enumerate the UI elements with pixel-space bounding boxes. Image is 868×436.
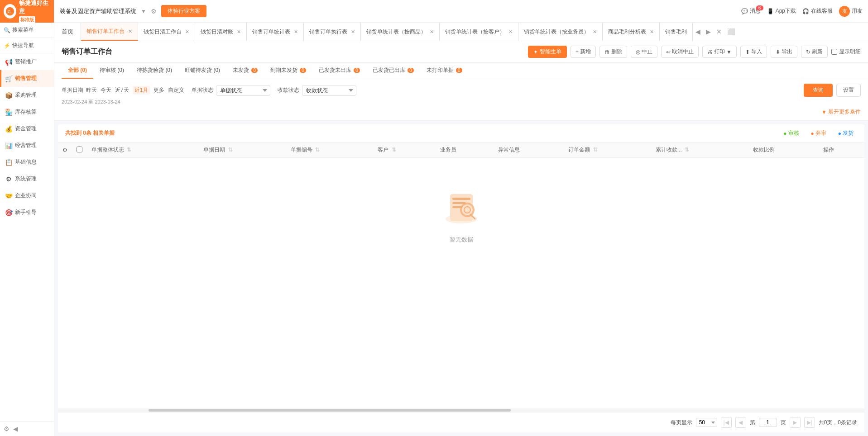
- subtab-all[interactable]: 全部 (0): [62, 63, 93, 79]
- cancel-stop-btn[interactable]: ↩ 取消中止: [661, 46, 699, 58]
- app-download-btn[interactable]: 📱 App下载: [767, 7, 796, 15]
- page-input[interactable]: [759, 418, 777, 427]
- tab-cash-daily[interactable]: 钱货日清工作台 ✕: [138, 23, 195, 41]
- user-area[interactable]: 友 用友: [839, 6, 863, 17]
- sidebar-item-operations[interactable]: 📊 经营管理: [0, 137, 54, 154]
- sidebar-item-sales[interactable]: 🛒 销售管理: [0, 70, 54, 87]
- show-detail-input[interactable]: [831, 49, 837, 55]
- tab-scroll-right[interactable]: ▶: [703, 23, 714, 41]
- tab-sales-summary-customer-close[interactable]: ✕: [508, 29, 513, 35]
- collapse-icon[interactable]: ◀: [13, 425, 18, 432]
- tab-sales-stats[interactable]: 销售订单统计表 ✕: [247, 23, 304, 41]
- tab-product-margin-close[interactable]: ✕: [650, 29, 654, 35]
- tab-sales-profit[interactable]: 销售毛利: [660, 23, 693, 41]
- tab-sales-summary-customer[interactable]: 销货单统计表（按客户） ✕: [440, 23, 518, 41]
- sort-number-icon[interactable]: ⇅: [315, 147, 320, 153]
- refresh-btn[interactable]: ↻ 刷新: [801, 46, 828, 58]
- audit-btn[interactable]: ● 审核: [780, 128, 802, 138]
- tab-sales-exec[interactable]: 销售订单执行表 ✕: [304, 23, 361, 41]
- topbar-arrow-icon[interactable]: ▼: [141, 8, 146, 14]
- tab-cash-daily-close[interactable]: ✕: [185, 29, 189, 35]
- tab-product-margin[interactable]: 商品毛利分析表 ✕: [603, 23, 660, 41]
- th-settings[interactable]: ⚙: [58, 142, 72, 158]
- sort-collected-icon[interactable]: ⇅: [685, 147, 689, 153]
- set-btn[interactable]: 设置: [836, 84, 861, 97]
- filter-date-custom[interactable]: 自定义: [168, 86, 184, 94]
- smart-btn[interactable]: ✦ 智能生单: [528, 46, 567, 58]
- sidebar-item-base[interactable]: 📋 基础信息: [0, 154, 54, 171]
- filter-date-yesterday[interactable]: 昨天: [86, 86, 97, 94]
- settings-gear-icon[interactable]: ⚙: [4, 425, 10, 432]
- sidebar-item-inventory[interactable]: 🏪 库存核算: [0, 104, 54, 120]
- scrollbar-thumb[interactable]: [149, 409, 511, 412]
- tab-sales-summary-staff[interactable]: 销货单统计表（按业务员） ✕: [518, 23, 603, 41]
- sidebar-item-marketing[interactable]: 📢 营销推广: [0, 53, 54, 70]
- select-all-checkbox[interactable]: [77, 147, 82, 152]
- page-first-btn[interactable]: |◀: [721, 417, 732, 428]
- sort-date-icon[interactable]: ⇅: [228, 147, 233, 153]
- filter-payment-select[interactable]: 收款状态: [302, 85, 356, 96]
- filter-status-select[interactable]: 单据状态: [216, 85, 270, 96]
- topbar-right: 💬 消息 6 📱 App下载 🎧 在线客服 友 用友: [741, 6, 863, 17]
- topbar-gear-icon[interactable]: ⚙: [151, 8, 157, 15]
- tab-cash-reconcile-close[interactable]: ✕: [237, 29, 241, 35]
- subtab-wangpu[interactable]: 旺铺待发货 (0): [178, 63, 226, 79]
- subtab-not-shipped[interactable]: 未发货 0: [226, 63, 264, 79]
- sidebar-item-system[interactable]: ⚙ 系统管理: [0, 171, 54, 187]
- sidebar-item-finance[interactable]: 💰 资金管理: [0, 120, 54, 137]
- filter-date-7days[interactable]: 近7天: [115, 86, 129, 94]
- subtab-overdue-not-shipped[interactable]: 到期未发货 0: [264, 63, 312, 79]
- subtab-pending-audit[interactable]: 待审核 (0): [93, 63, 130, 79]
- add-btn[interactable]: + 新增: [571, 46, 596, 58]
- page-last-btn[interactable]: ▶|: [804, 417, 815, 428]
- subtab-shipped-warehoused[interactable]: 已发货已出库 0: [366, 63, 420, 79]
- filter-date-today[interactable]: 今天: [101, 86, 111, 94]
- tab-sales-workbench[interactable]: 销售订单工作台 ✕: [81, 23, 138, 41]
- ship-btn[interactable]: ● 发货: [834, 128, 857, 138]
- tab-close-all[interactable]: ✕: [714, 23, 724, 41]
- sidebar-item-enterprise[interactable]: 🤝 企业协同: [0, 187, 54, 204]
- filter-expand-btn[interactable]: ▼ 展开更多条件: [821, 108, 861, 116]
- subtab-pending-inspect[interactable]: 待拣货验货 (0): [130, 63, 178, 79]
- page-prev-btn[interactable]: ◀: [735, 417, 746, 428]
- tab-sales-summary-staff-close[interactable]: ✕: [593, 29, 597, 35]
- sidebar-item-newbie[interactable]: 🎯 新手引导: [0, 204, 54, 221]
- filter-date-1month[interactable]: 近1月: [133, 86, 150, 95]
- sort-amount-icon[interactable]: ⇅: [593, 147, 598, 153]
- tab-cash-reconcile[interactable]: 钱货日清对账 ✕: [195, 23, 247, 41]
- tab-scroll-left[interactable]: ◀: [693, 23, 703, 41]
- query-btn[interactable]: 查询: [804, 84, 833, 97]
- solution-btn[interactable]: 体验行业方案: [161, 5, 206, 17]
- tab-sales-workbench-close[interactable]: ✕: [128, 28, 132, 34]
- search-menu-item[interactable]: 🔍 搜索菜单: [0, 23, 54, 38]
- sort-customer-icon[interactable]: ⇅: [392, 147, 396, 153]
- sidebar-item-purchase[interactable]: 📦 采购管理: [0, 87, 54, 104]
- print-btn[interactable]: 🖨 打印 ▼: [702, 46, 737, 58]
- tab-sales-summary-product-close[interactable]: ✕: [430, 29, 434, 35]
- subtab-shipped-not-warehoused[interactable]: 已发货未出库 0: [312, 63, 366, 79]
- tab-sales-exec-close[interactable]: ✕: [351, 29, 355, 35]
- stop-btn[interactable]: ◎ 中止: [631, 46, 657, 58]
- export-btn[interactable]: ⬇ 导出: [771, 46, 797, 58]
- show-detail-checkbox[interactable]: 显示明细: [831, 48, 861, 56]
- tab-home[interactable]: 首页: [54, 23, 81, 41]
- online-service-btn[interactable]: 🎧 在线客服: [802, 7, 833, 15]
- smart-btn-label: 智能生单: [540, 48, 561, 56]
- th-checkbox[interactable]: [72, 142, 87, 158]
- sort-state-icon[interactable]: ⇅: [127, 147, 131, 153]
- page-size-select[interactable]: 20 50 100: [696, 418, 717, 427]
- delete-btn[interactable]: 🗑 删除: [599, 46, 627, 58]
- tab-sales-summary-product[interactable]: 销货单统计表（按商品） ✕: [361, 23, 440, 41]
- tab-maximize[interactable]: ⬜: [724, 23, 738, 41]
- page-next-btn[interactable]: ▶: [790, 417, 801, 428]
- tab-sales-stats-close[interactable]: ✕: [294, 29, 298, 35]
- quick-nav-item[interactable]: ⚡ 快捷导航: [0, 38, 54, 53]
- total-records: 共0页，0条记录: [819, 419, 857, 427]
- import-btn[interactable]: ⬆ 导入: [740, 46, 767, 58]
- horizontal-scrollbar[interactable]: [58, 408, 864, 412]
- message-btn[interactable]: 💬 消息 6: [741, 7, 761, 15]
- filter-date-more[interactable]: 更多: [153, 86, 164, 94]
- revoke-btn[interactable]: ● 弃审: [807, 128, 830, 138]
- subtab-not-printed[interactable]: 未打印单据 0: [420, 63, 469, 79]
- filter-date-label: 单据日期: [62, 86, 83, 94]
